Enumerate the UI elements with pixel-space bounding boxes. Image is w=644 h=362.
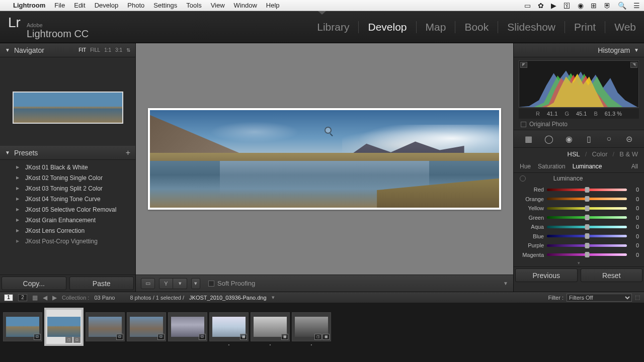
graduated-filter-tool-icon[interactable]: ▯: [582, 132, 596, 145]
slider-track[interactable]: [547, 235, 627, 237]
filmstrip[interactable]: ⊡ ⊡◫ ⊡ ⊡ ⊡ ▦• ▦• ▦◫•: [0, 303, 644, 351]
slider-thumb-icon[interactable]: [585, 233, 589, 239]
menu-file[interactable]: File: [54, 2, 65, 9]
preset-folder[interactable]: JKost 04 Toning Tone Curve: [0, 194, 135, 204]
original-photo-toggle[interactable]: Original Photo: [514, 119, 644, 130]
zoom-1to1[interactable]: 1:1: [104, 47, 111, 53]
menu-edit[interactable]: Edit: [74, 2, 85, 9]
panel-resize-handle[interactable]: ▾: [514, 260, 644, 266]
display-icon[interactable]: ▭: [524, 2, 531, 10]
tab-hsl[interactable]: HSL: [568, 150, 580, 158]
slider-thumb-icon[interactable]: [585, 187, 589, 193]
filename-dropdown-icon[interactable]: ▾: [272, 294, 275, 301]
before-after-y-button[interactable]: Y: [159, 278, 173, 289]
previous-button[interactable]: Previous: [515, 268, 578, 282]
preset-folder[interactable]: JKost Post-Crop Vignetting: [0, 236, 135, 246]
subtab-hue[interactable]: Hue: [520, 163, 531, 170]
slider-track[interactable]: [547, 216, 627, 219]
preset-folder[interactable]: JKost 05 Selective Color Removal: [0, 204, 135, 215]
secondary-display-button[interactable]: 2: [18, 294, 27, 301]
paste-button[interactable]: Paste: [69, 277, 134, 290]
slider-thumb-icon[interactable]: [585, 224, 589, 230]
filmstrip-thumb-selected[interactable]: ⊡◫: [44, 308, 84, 346]
slider-magenta[interactable]: Magenta 0: [519, 250, 639, 260]
slider-track[interactable]: [547, 244, 627, 247]
grid-view-icon[interactable]: ▦: [32, 294, 38, 301]
preset-folder[interactable]: JKost Lens Correction: [0, 225, 135, 236]
redeye-tool-icon[interactable]: ◉: [562, 132, 576, 145]
sync-icon[interactable]: ◉: [578, 2, 584, 10]
header-collapse-handle[interactable]: [318, 11, 326, 15]
add-preset-icon[interactable]: +: [126, 148, 130, 157]
histogram-header[interactable]: Histogram ▼: [514, 43, 644, 57]
list-icon[interactable]: ☰: [633, 2, 640, 10]
menu-window[interactable]: Window: [234, 2, 257, 9]
histogram-display[interactable]: ◤ ◥: [519, 60, 639, 108]
subtab-luminance[interactable]: Luminance: [573, 163, 602, 170]
filmstrip-thumb[interactable]: ▦◫•: [292, 312, 331, 341]
toolbar-options-icon[interactable]: ▼: [503, 281, 508, 286]
zoom-3to1[interactable]: 3:1: [115, 47, 122, 53]
preset-folder[interactable]: JKost 03 Toning Split 2 Color: [0, 183, 135, 194]
preset-folder[interactable]: JKost Grain Enhancement: [0, 215, 135, 225]
subtab-all[interactable]: All: [631, 163, 638, 170]
toolbar-dropdown-icon[interactable]: ▾: [191, 278, 200, 289]
slider-blue[interactable]: Blue 0: [519, 232, 639, 241]
filmstrip-thumb[interactable]: ⊡: [3, 312, 42, 341]
collection-name[interactable]: 03 Pano: [94, 295, 115, 301]
slider-green[interactable]: Green 0: [519, 213, 639, 223]
module-library[interactable]: Library: [308, 21, 359, 33]
slider-thumb-icon[interactable]: [585, 196, 589, 202]
slider-orange[interactable]: Orange 0: [519, 195, 639, 204]
soft-proofing-toggle[interactable]: Soft Proofing: [208, 280, 255, 287]
preset-folder[interactable]: JKost 02 Toning Single Color: [0, 172, 135, 183]
filter-lock-icon[interactable]: ⬚: [635, 294, 640, 301]
slider-red[interactable]: Red 0: [519, 185, 639, 195]
targeted-adjustment-icon[interactable]: [520, 175, 526, 182]
filmstrip-thumb[interactable]: ▦•: [209, 312, 249, 341]
crop-tool-icon[interactable]: ▦: [522, 132, 536, 145]
radial-filter-tool-icon[interactable]: ○: [602, 132, 616, 145]
slider-track[interactable]: [547, 253, 627, 256]
menu-photo[interactable]: Photo: [127, 2, 144, 9]
nav-back-icon[interactable]: ◀: [43, 294, 47, 301]
loupe-view-button[interactable]: ▭: [141, 278, 155, 289]
navigator-header[interactable]: ▼ Navigator FIT FILL 1:1 3:1 ⇅: [0, 43, 135, 57]
module-book[interactable]: Book: [455, 21, 498, 33]
menu-tools[interactable]: Tools: [186, 2, 201, 9]
menu-view[interactable]: View: [211, 2, 225, 9]
spot-removal-tool-icon[interactable]: ◯: [542, 132, 556, 145]
filmstrip-thumb[interactable]: ▦•: [251, 312, 290, 341]
shield-icon[interactable]: ⛨: [604, 2, 611, 10]
evernote-icon[interactable]: ✿: [538, 2, 544, 10]
slider-purple[interactable]: Purple 0: [519, 241, 639, 250]
copy-button[interactable]: Copy...: [2, 277, 66, 290]
slider-yellow[interactable]: Yellow 0: [519, 204, 639, 213]
module-print[interactable]: Print: [565, 21, 605, 33]
slider-track[interactable]: [547, 226, 627, 228]
grid-icon[interactable]: ⊞: [591, 2, 597, 10]
image-viewport[interactable]: [136, 43, 513, 275]
menu-settings[interactable]: Settings: [153, 2, 177, 9]
slider-track[interactable]: [547, 189, 627, 191]
reset-button[interactable]: Reset: [581, 268, 643, 282]
slider-thumb-icon[interactable]: [585, 252, 589, 257]
app-menu[interactable]: Lightroom: [13, 2, 45, 9]
preset-folder[interactable]: JKost 01 Black & White: [0, 162, 135, 172]
key-icon[interactable]: ⚿: [564, 2, 571, 10]
slider-thumb-icon[interactable]: [585, 243, 589, 248]
zoom-more-icon[interactable]: ⇅: [126, 47, 130, 53]
subtab-saturation[interactable]: Saturation: [538, 163, 566, 170]
zoom-fill[interactable]: FILL: [90, 47, 100, 53]
menu-help[interactable]: Help: [266, 2, 280, 9]
before-after-dropdown-icon[interactable]: ▾: [173, 278, 187, 289]
filmstrip-thumb[interactable]: ⊡: [127, 312, 166, 341]
module-web[interactable]: Web: [605, 21, 636, 33]
adjustment-brush-tool-icon[interactable]: ⊝: [622, 132, 636, 145]
module-slideshow[interactable]: Slideshow: [498, 21, 565, 33]
slider-track[interactable]: [547, 198, 627, 200]
zoom-fit[interactable]: FIT: [78, 47, 86, 53]
filter-select[interactable]: Filters Off: [567, 294, 632, 302]
module-map[interactable]: Map: [417, 21, 456, 33]
spotlight-icon[interactable]: 🔍: [618, 2, 626, 10]
